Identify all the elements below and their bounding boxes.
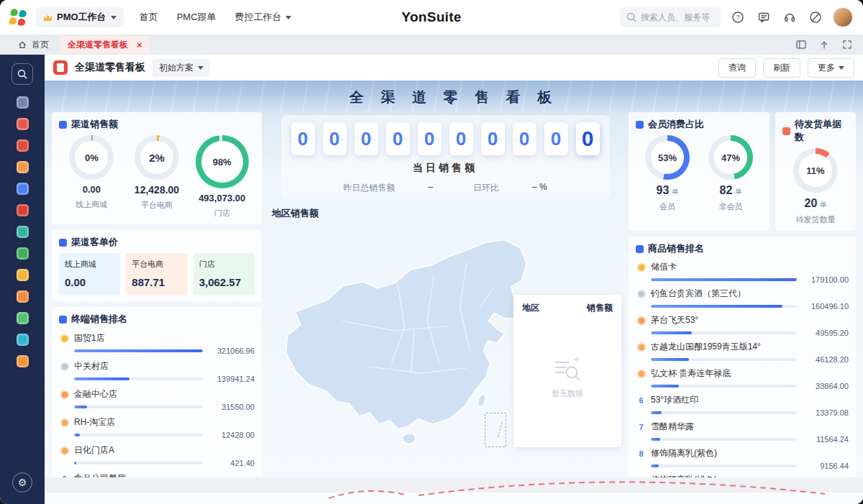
rank-badge bbox=[636, 369, 647, 379]
counter-digits: 0000000000 bbox=[291, 122, 600, 155]
scheme-selector[interactable]: 初始方案 bbox=[152, 59, 210, 77]
price-card: 平台电商 887.71 bbox=[126, 253, 187, 295]
bar-track bbox=[74, 406, 203, 408]
bar-fill bbox=[651, 411, 662, 414]
gauge-percent: 98% bbox=[213, 157, 232, 168]
counter-digit: 0 bbox=[481, 122, 505, 155]
support-headset-icon[interactable] bbox=[781, 9, 798, 26]
sidebar-app-icon[interactable] bbox=[17, 269, 29, 281]
close-tab-icon[interactable]: × bbox=[137, 40, 142, 50]
feedback-chat-icon[interactable] bbox=[755, 9, 772, 26]
rank-row: 8 修饰隔离乳(紫色) 9156.44 bbox=[636, 446, 849, 472]
rank-name: RH-淘宝店 bbox=[74, 416, 115, 429]
rank-number: 7 bbox=[639, 423, 643, 431]
bar-fill bbox=[651, 331, 692, 334]
bar-track bbox=[651, 411, 797, 414]
sidebar-app-icon[interactable] bbox=[17, 355, 29, 367]
rank-badge bbox=[59, 362, 70, 372]
refresh-button[interactable]: 刷新 bbox=[763, 58, 800, 78]
help-icon[interactable]: ? bbox=[729, 9, 746, 26]
gauge-value: 493,073.00 bbox=[198, 193, 245, 203]
app-sidebar: ⚙ bbox=[0, 55, 45, 504]
region-sales-title: 地区销售额 bbox=[272, 207, 623, 220]
bar-track bbox=[74, 462, 203, 464]
bar-track bbox=[651, 358, 797, 361]
sidebar-app-icon[interactable] bbox=[17, 247, 29, 260]
counter-digit: 0 bbox=[449, 122, 473, 155]
sidebar-app-icon[interactable] bbox=[17, 226, 29, 238]
dod-ratio-label: 日环比 bbox=[473, 182, 499, 194]
sidebar-app-icon[interactable] bbox=[17, 204, 29, 216]
sidebar-search-icon[interactable] bbox=[12, 63, 33, 85]
no-data-icon bbox=[553, 355, 582, 382]
query-button[interactable]: 查询 bbox=[718, 58, 756, 78]
price-card-label: 门店 bbox=[199, 259, 249, 270]
rank-value: 139941.24 bbox=[209, 375, 255, 383]
rank-name: 日化门店A bbox=[74, 444, 114, 457]
yonyou-logo-icon[interactable] bbox=[9, 9, 27, 27]
gauge-label: 平台电商 bbox=[141, 200, 173, 211]
price-card-label: 平台电商 bbox=[132, 259, 181, 270]
sidebar-app-icon[interactable] bbox=[17, 312, 29, 324]
rank-value: 46128.20 bbox=[803, 355, 849, 364]
counter-stats: 昨日总销售额– 日环比– % bbox=[343, 182, 547, 194]
app-window: PMO工作台 首页 PMC跟单 费控工作台 YonSuite ? bbox=[0, 0, 863, 504]
below-fold-strip bbox=[45, 477, 863, 504]
sidebar-app-icon[interactable] bbox=[17, 139, 29, 152]
donut-chart: 98% bbox=[196, 135, 249, 188]
rank-badge bbox=[59, 334, 70, 344]
rank-row: 日化门店A 421.40 bbox=[59, 442, 255, 470]
sales-column-header: 销售额 bbox=[587, 302, 613, 314]
sidebar-app-icon[interactable] bbox=[17, 118, 29, 130]
rank-value: 9156.44 bbox=[803, 462, 849, 470]
sidebar-app-icon[interactable] bbox=[17, 96, 29, 109]
global-search[interactable] bbox=[620, 7, 721, 27]
workspace-switcher[interactable]: PMO工作台 bbox=[36, 7, 124, 27]
rank-name: 古越龙山国酿1959青玉版14° bbox=[651, 341, 761, 353]
share-up-icon[interactable] bbox=[818, 39, 830, 50]
gauge-count: 93单 bbox=[657, 184, 679, 197]
daily-sales-counter: 0000000000 当日销售额 昨日总销售额– 日环比– % bbox=[281, 115, 610, 200]
nav-item-pmc[interactable]: PMC跟单 bbox=[177, 11, 216, 24]
donut-chart: 0% bbox=[69, 135, 114, 180]
rank-badge bbox=[59, 418, 70, 428]
yonsuite-logo: YonSuite bbox=[401, 9, 461, 25]
sidebar-app-icon[interactable] bbox=[17, 290, 29, 303]
rank-name: 茅台飞天53° bbox=[651, 314, 698, 326]
bar-fill bbox=[651, 385, 679, 388]
bar-track bbox=[651, 331, 797, 334]
sidebar-app-icon[interactable] bbox=[17, 161, 29, 173]
collapse-panel-icon[interactable] bbox=[795, 39, 807, 50]
price-card: 门店 3,062.57 bbox=[193, 253, 255, 295]
panel-title: 会员消费占比 bbox=[648, 118, 704, 131]
panel-pending-shipments: 待发货单据数 11% 20单 待发货数量 bbox=[775, 112, 856, 231]
empty-state: 暂无数据 bbox=[522, 314, 613, 440]
search-input[interactable] bbox=[641, 12, 713, 22]
fullscreen-icon[interactable] bbox=[841, 39, 853, 50]
workspace-label: PMO工作台 bbox=[57, 11, 106, 24]
rank-number: 8 bbox=[639, 449, 643, 458]
user-avatar[interactable] bbox=[833, 7, 853, 27]
gauge-percent: 47% bbox=[721, 152, 740, 163]
panel-member-ratio: 会员消费占比 53% 93单 会员 bbox=[629, 112, 770, 231]
sidebar-app-icon[interactable] bbox=[17, 334, 29, 346]
tab-retail-board[interactable]: 全渠道零售看板 × bbox=[60, 36, 150, 53]
tab-retail-board-label: 全渠道零售看板 bbox=[68, 39, 128, 51]
bar-fill bbox=[74, 406, 87, 408]
bar-track bbox=[651, 278, 797, 281]
bar-track bbox=[651, 305, 797, 308]
sidebar-app-icon[interactable] bbox=[17, 183, 29, 195]
rank-row: 7 雪酪精华露 11564.24 bbox=[636, 419, 849, 446]
rank-row: 国贸1店 321066.96 bbox=[59, 330, 255, 358]
do-not-disturb-icon[interactable] bbox=[807, 9, 824, 26]
home-icon bbox=[17, 40, 27, 50]
tab-home[interactable]: 首页 bbox=[10, 36, 56, 53]
more-button[interactable]: 更多 bbox=[808, 58, 854, 78]
sidebar-app-list bbox=[17, 96, 29, 367]
settings-gear-icon[interactable]: ⚙ bbox=[12, 472, 32, 492]
bar-fill bbox=[74, 462, 76, 464]
nav-item-home[interactable]: 首页 bbox=[140, 11, 158, 24]
rank-value: 49595.20 bbox=[803, 329, 849, 337]
nav-item-expense[interactable]: 费控工作台 bbox=[235, 11, 291, 24]
gauge-count: 82单 bbox=[720, 184, 742, 197]
